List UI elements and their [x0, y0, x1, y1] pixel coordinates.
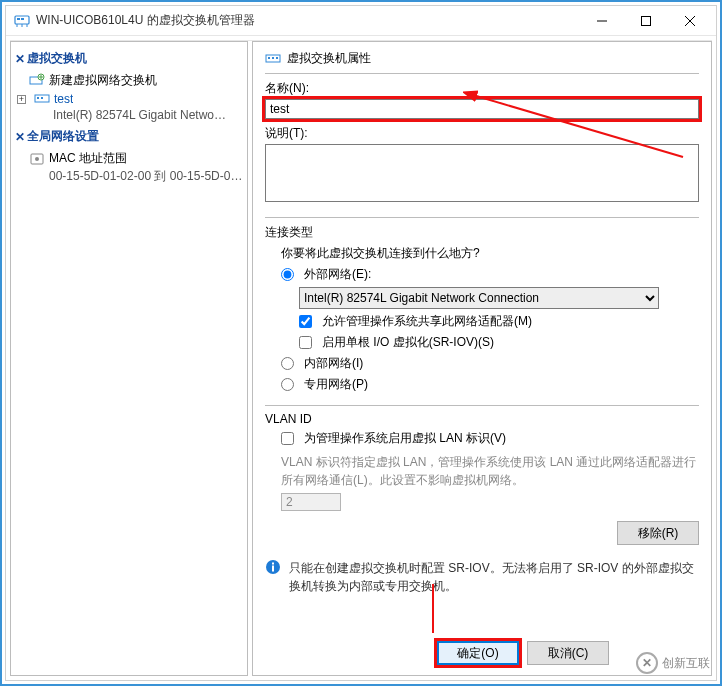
svg-rect-16 — [41, 97, 43, 99]
watermark-icon: ✕ — [636, 652, 658, 674]
svg-rect-24 — [272, 566, 274, 572]
checkbox-vlan[interactable] — [281, 432, 294, 445]
info-icon — [265, 559, 281, 575]
svg-rect-22 — [276, 57, 278, 59]
radio-external[interactable] — [281, 268, 294, 281]
svg-rect-21 — [272, 57, 274, 59]
svg-rect-2 — [21, 18, 24, 20]
svg-line-26 — [473, 95, 683, 157]
vswitch-icon — [34, 91, 50, 107]
sriov-info-text: 只能在创建虚拟交换机时配置 SR-IOV。无法将启用了 SR-IOV 的外部虚拟… — [289, 559, 699, 595]
ok-button[interactable]: 确定(O) — [437, 641, 519, 665]
vswitch-icon — [265, 51, 281, 67]
sidebar-mac-range[interactable]: MAC 地址范围 — [15, 149, 243, 168]
svg-rect-15 — [37, 97, 39, 99]
annotation-arrow-1 — [463, 87, 693, 167]
radio-internal[interactable] — [281, 357, 294, 370]
sidebar-section-global[interactable]: ✕ 全局网络设置 — [15, 128, 243, 145]
sidebar-new-vswitch[interactable]: 新建虚拟网络交换机 — [15, 71, 243, 90]
sidebar-mac-range-value: 00-15-5D-01-02-00 到 00-15-5D-0… — [15, 168, 243, 185]
svg-point-18 — [35, 157, 39, 161]
cancel-button[interactable]: 取消(C) — [527, 641, 609, 665]
main-panel: 虚拟交换机属性 名称(N): 说明(T): 连接类型 你要将此虚拟交换机连接到什… — [252, 41, 712, 676]
new-vswitch-icon — [29, 73, 45, 89]
remove-button[interactable]: 移除(R) — [617, 521, 699, 545]
close-button[interactable] — [668, 7, 712, 35]
sidebar-vswitch-nic[interactable]: Intel(R) 82574L Gigabit Netwo… — [15, 108, 243, 122]
conn-type-title: 连接类型 — [265, 224, 699, 241]
nic-select[interactable]: Intel(R) 82574L Gigabit Network Connecti… — [299, 287, 659, 309]
minimize-button[interactable] — [580, 7, 624, 35]
mac-icon — [29, 151, 45, 167]
svg-rect-7 — [642, 16, 651, 25]
vlan-title: VLAN ID — [265, 412, 699, 426]
annotation-arrow-2 — [413, 582, 453, 633]
properties-heading: 虚拟交换机属性 — [265, 50, 699, 74]
checkbox-share-mgmt[interactable] — [299, 315, 312, 328]
expand-icon[interactable]: + — [17, 95, 26, 104]
titlebar: WIN-UICOB610L4U 的虚拟交换机管理器 — [6, 6, 716, 36]
sidebar-section-vswitches[interactable]: ✕ 虚拟交换机 — [15, 50, 243, 67]
svg-rect-20 — [268, 57, 270, 59]
radio-external-row: 外部网络(E): — [265, 266, 699, 283]
vlan-id-input — [281, 493, 341, 511]
sidebar: ✕ 虚拟交换机 新建虚拟网络交换机 + test Intel(R) 82574L… — [10, 41, 248, 676]
svg-rect-1 — [17, 18, 20, 20]
vlan-note: VLAN 标识符指定虚拟 LAN，管理操作系统使用该 LAN 通过此网络适配器进… — [265, 453, 699, 489]
conn-question: 你要将此虚拟交换机连接到什么地方? — [265, 245, 699, 262]
watermark: ✕ 创新互联 — [636, 652, 710, 674]
app-icon — [14, 13, 30, 29]
maximize-button[interactable] — [624, 7, 668, 35]
radio-private[interactable] — [281, 378, 294, 391]
window-title: WIN-UICOB610L4U 的虚拟交换机管理器 — [36, 12, 580, 29]
svg-rect-25 — [272, 563, 274, 565]
sidebar-vswitch-test[interactable]: + test — [15, 90, 243, 108]
checkbox-sriov[interactable] — [299, 336, 312, 349]
